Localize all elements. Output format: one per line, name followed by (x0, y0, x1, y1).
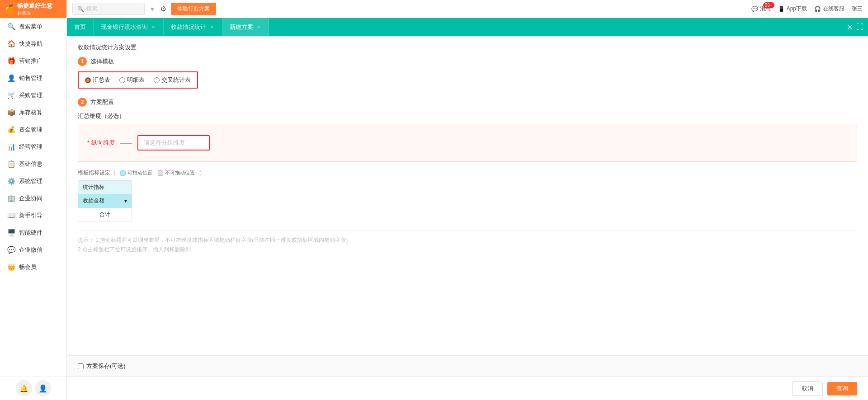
online-service-button[interactable]: 🎧 在线客服 (814, 5, 844, 13)
legend-draggable-label: 可拖动位置 (127, 169, 152, 176)
metrics-col-total: 合计 (78, 208, 132, 221)
radio-detail[interactable]: 明细表 (119, 76, 145, 84)
sidebar-bottom-icon2[interactable]: 👤 (35, 380, 51, 396)
sidebar-item-label: 资金管理 (19, 126, 42, 134)
tabbar-close-icon[interactable]: ✕ (847, 23, 853, 32)
sidebar-item-quick-nav[interactable]: 🏠 快捷导航 (0, 35, 66, 52)
sidebar-item-search-menu[interactable]: 🔍 搜索菜单 (0, 18, 66, 35)
sidebar-item-purchase[interactable]: 🛒 采购管理 (0, 87, 66, 104)
sidebar-item-hardware[interactable]: 🖥️ 智能硬件 (0, 224, 66, 241)
tab-new-plan-close[interactable]: × (256, 24, 261, 30)
tab-receipt-stats-label: 收款情况统计 (171, 23, 206, 31)
tab-receipt-stats[interactable]: 收款情况统计 × (164, 18, 222, 36)
radio-detail-input[interactable] (119, 77, 125, 83)
topbar-gear-icon[interactable]: ⚙ (160, 5, 166, 13)
tab-bank-flow-label: 现金银行流水查询 (101, 23, 148, 31)
sidebar-item-label: 经营管理 (19, 143, 42, 151)
step2-section: 2 方案配置 汇总维度（必选） 纵向维度 —— 请选择分组维度 (78, 98, 857, 261)
sidebar-item-label: 新手引导 (19, 212, 42, 220)
sidebar-item-label: 基础信息 (19, 160, 42, 168)
quick-nav-icon: 🏠 (7, 40, 15, 48)
footer-section: 方案保存(可选) (67, 355, 868, 376)
radio-summary[interactable]: 汇总表 (85, 76, 110, 84)
app-name: 畅捷通好生意 (17, 2, 52, 10)
tab-new-plan[interactable]: 新建方案 × (222, 18, 269, 36)
metrics-col-header[interactable]: 收款金额 ▾ (78, 194, 132, 208)
tab-new-plan-label: 新建方案 (230, 23, 253, 31)
sidebar-bottom-icon1[interactable]: 🔔 (16, 380, 32, 396)
sidebar-item-inventory[interactable]: 📦 库存核算 (0, 104, 66, 121)
sidebar-item-guide[interactable]: 📖 新手引导 (0, 207, 66, 224)
operations-icon: 📊 (7, 143, 15, 151)
base-info-icon: 📋 (7, 160, 15, 168)
metrics-col-label: 收款金额 (83, 197, 104, 205)
dimension-row: 纵向维度 —— 请选择分组维度 (87, 135, 848, 151)
message-button[interactable]: 💬 消息 99+ (751, 5, 771, 13)
sidebar-item-system[interactable]: ⚙️ 系统管理 (0, 173, 66, 190)
sidebar: 🍊 畅捷通好生意 标准版 🔍 搜索菜单 🏠 快捷导航 🎁 营销推广 👤 销售管理… (0, 0, 67, 400)
service-icon: 🎧 (814, 6, 821, 12)
dimension-select[interactable]: 请选择分组维度 (137, 135, 210, 151)
sidebar-item-enterprise[interactable]: 🏢 企业协同 (0, 190, 66, 207)
save-checkbox-label[interactable]: 方案保存(可选) (78, 362, 126, 370)
radio-summary-input[interactable] (85, 77, 91, 83)
hint-1: 提示： 1.拖动标题栏可以调整布局，不可跨维度或指标区域拖动栏目字段(只能在同一… (78, 236, 857, 244)
step2-header: 2 方案配置 (78, 98, 857, 107)
logo-icon: 🍊 (5, 4, 14, 14)
sidebar-item-member[interactable]: 👑 畅会员 (0, 259, 66, 276)
app-edition: 标准版 (17, 10, 52, 16)
search-icon: 🔍 (77, 6, 84, 12)
tab-home[interactable]: 首页 (67, 18, 94, 36)
legend-fixed: 不可拖动位置 (158, 169, 195, 176)
tabbar-maximize-icon[interactable]: ⛶ (856, 23, 863, 31)
sidebar-item-base-info[interactable]: 📋 基础信息 (0, 155, 66, 173)
sidebar-item-finance[interactable]: 💰 资金管理 (0, 121, 66, 138)
topbar-search-box[interactable]: 🔍 搜索 (72, 3, 145, 15)
step2-number: 2 (78, 98, 87, 107)
dimension-arrow: —— (120, 140, 132, 146)
message-badge: 99+ (763, 2, 774, 8)
app-download-button[interactable]: 📱 App下载 (778, 5, 807, 13)
sidebar-item-label: 搜索菜单 (19, 23, 42, 31)
sidebar-item-label: 系统管理 (19, 177, 42, 185)
username: 张三 (852, 5, 863, 12)
radio-cross-label: 交叉统计表 (161, 76, 191, 84)
wechat-icon: 💬 (7, 246, 15, 254)
tab-bank-flow-close[interactable]: × (151, 24, 156, 30)
legend-fixed-dot (158, 170, 163, 176)
save-checkbox[interactable] (78, 363, 84, 369)
radio-cross-input[interactable] (154, 77, 160, 83)
radio-detail-label: 明细表 (127, 76, 145, 84)
sidebar-item-operations[interactable]: 📊 经营管理 (0, 138, 66, 155)
topbar-dropdown-icon[interactable]: ▼ (149, 5, 156, 13)
radio-cross[interactable]: 交叉统计表 (154, 76, 191, 84)
sidebar-item-wechat[interactable]: 💬 企业微信 (0, 241, 66, 259)
download-icon: 📱 (778, 6, 785, 12)
sidebar-item-marketing[interactable]: 🎁 营销推广 (0, 52, 66, 70)
topbar-right: 💬 消息 99+ 📱 App下载 🎧 在线客服 张三 (751, 5, 863, 13)
legend-draggable: 可拖动位置 (120, 169, 152, 176)
metrics-col-dropdown[interactable]: ▾ (124, 198, 127, 204)
tab-receipt-stats-close[interactable]: × (209, 24, 214, 30)
sidebar-item-label: 企业协同 (19, 194, 42, 202)
content-area: 收款情况统计方案设置 1 选择模板 汇总表 明细表 (67, 36, 868, 400)
marketing-icon: 🎁 (7, 57, 15, 65)
trial-button[interactable]: 体验行业方案 (171, 3, 216, 15)
user-info: 张三 (852, 5, 863, 13)
metrics-table-header: 统计指标 (78, 181, 132, 194)
step1-header: 1 选择模板 (78, 57, 857, 66)
metrics-total-label: 合计 (99, 211, 110, 217)
action-bar: 取消 查询 (67, 376, 868, 400)
cancel-button[interactable]: 取消 (792, 381, 823, 396)
sidebar-item-label: 畅会员 (19, 263, 37, 271)
query-button[interactable]: 查询 (827, 382, 857, 395)
tab-bank-flow[interactable]: 现金银行流水查询 × (94, 18, 164, 36)
sales-icon: 👤 (7, 74, 15, 82)
dimension-placeholder: 请选择分组维度 (144, 139, 185, 146)
tabbar: 首页 现金银行流水查询 × 收款情况统计 × 新建方案 × ✕ ⛶ (67, 18, 868, 36)
page-title: 收款情况统计方案设置 (78, 43, 857, 52)
legend-fixed-label: 不可拖动位置 (165, 169, 195, 176)
sidebar-item-sales[interactable]: 👤 销售管理 (0, 70, 66, 87)
sidebar-item-label: 智能硬件 (19, 229, 42, 237)
topbar: 🔍 搜索 ▼ ⚙ 体验行业方案 💬 消息 99+ 📱 App下载 🎧 在线客服 … (67, 0, 868, 18)
